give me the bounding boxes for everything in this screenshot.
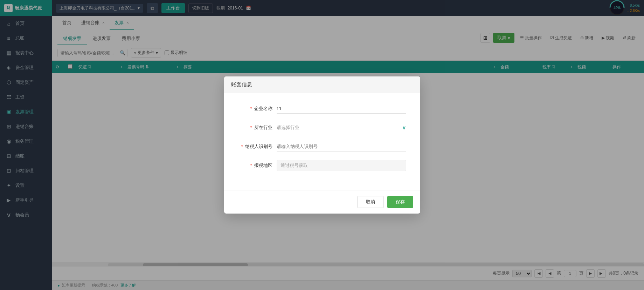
tax-region-label: * 报税地区 bbox=[238, 162, 277, 169]
industry-label: * 所在行业 bbox=[238, 124, 277, 131]
modal-header: 账套信息 bbox=[224, 76, 420, 93]
save-button[interactable]: 保存 bbox=[387, 196, 413, 208]
tax-id-row: * 纳税人识别号 bbox=[238, 142, 406, 151]
tax-id-label: * 纳税人识别号 bbox=[238, 143, 277, 150]
company-name-label: * 企业名称 bbox=[238, 106, 277, 112]
company-name-row: * 企业名称 bbox=[238, 104, 406, 114]
company-name-input[interactable] bbox=[277, 104, 406, 114]
industry-row: * 所在行业 请选择行业 ∨ bbox=[238, 122, 406, 133]
tax-region-display: 通过税号获取 bbox=[277, 160, 406, 171]
modal-footer: 取消 保存 bbox=[224, 190, 420, 214]
modal-body: * 企业名称 * 所在行业 请选择行业 ∨ * 纳 bbox=[224, 93, 420, 190]
tax-id-input[interactable] bbox=[277, 142, 406, 151]
modal-overlay: 账套信息 * 企业名称 * 所在行业 请选择行业 ∨ bbox=[0, 0, 644, 290]
account-info-modal: 账套信息 * 企业名称 * 所在行业 请选择行业 ∨ bbox=[224, 76, 420, 214]
tax-region-row: * 报税地区 通过税号获取 bbox=[238, 160, 406, 171]
industry-placeholder: 请选择行业 bbox=[277, 124, 299, 131]
industry-select[interactable]: 请选择行业 ∨ bbox=[277, 122, 406, 133]
industry-dropdown-icon: ∨ bbox=[402, 124, 406, 131]
modal-title: 账套信息 bbox=[231, 81, 252, 87]
cancel-button[interactable]: 取消 bbox=[357, 196, 384, 208]
